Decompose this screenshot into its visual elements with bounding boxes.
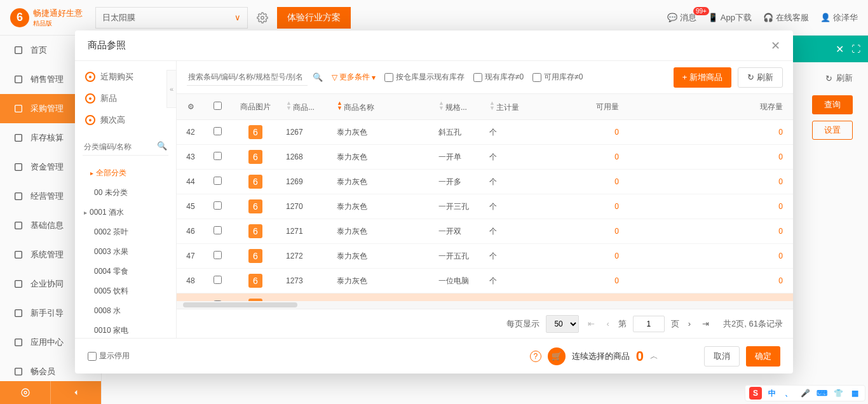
row-index: 46 [177,219,205,244]
ime-toolbox-icon[interactable]: ▦ [848,387,861,400]
row-spec: 一位电脑 [433,269,484,293]
more-conditions-toggle[interactable]: ▽ 更多条件 ▾ [332,72,376,83]
product-image-icon: 6 [248,224,262,238]
row-unit: 个 [484,145,529,170]
row-unit: 个 [484,244,529,269]
row-image: 6 [230,170,281,194]
checkbox-warehouse-stock[interactable]: 按仓库显示现有库存 [384,72,465,83]
quick-label: 新品 [100,93,117,104]
ime-skin-icon[interactable]: 👕 [832,387,844,400]
row-stock: 0 [624,145,793,170]
product-search-input[interactable] [187,69,308,86]
row-checkbox[interactable] [205,170,230,194]
category-node[interactable]: 0002 茶叶 [83,222,168,242]
category-node[interactable]: 0003 水果 [83,242,168,262]
quick-filter-0[interactable]: ●近期购买 [83,66,168,88]
show-disabled-checkbox[interactable]: 显示停用 [88,351,130,361]
col-avail[interactable]: 可用量 [529,94,624,120]
modal-main: 🔍 ▽ 更多条件 ▾ 按仓库显示现有库存 现有库存≠0 可用库存≠0 + 新增商… [177,61,793,338]
row-image: 6 [230,120,281,145]
table-row[interactable]: 48 6 1273 泰力灰色 一位电脑 个 0 0 [177,269,793,293]
table-row[interactable]: 45 6 1270 泰力灰色 一开三孔 个 0 0 [177,194,793,219]
table-row[interactable]: 47 6 1272 泰力灰色 一开五孔 个 0 0 [177,244,793,269]
per-page-select[interactable]: 50 [546,315,579,333]
category-node[interactable]: 0005 饮料 [83,281,168,301]
category-node[interactable]: 0001 酒水 [83,203,168,222]
page-input[interactable] [633,316,665,332]
add-product-button[interactable]: + 新增商品 [674,67,731,88]
table-row[interactable]: 44 6 1269 泰力灰色 一开多 个 0 0 [177,170,793,194]
row-checkbox[interactable] [205,219,230,244]
row-checkbox[interactable] [205,244,230,269]
row-index: 44 [177,170,205,194]
quick-filter-2[interactable]: ●频次高 [83,109,168,131]
row-checkbox[interactable] [205,145,230,170]
cart-icon[interactable]: 🛒 [548,347,566,365]
row-checkbox[interactable] [205,120,230,145]
row-checkbox[interactable] [205,293,230,302]
page-last-icon[interactable]: ⇥ [700,319,712,328]
bullet-icon: ● [85,72,95,82]
row-code: 1269 [281,170,332,194]
row-unit: 个 [484,219,529,244]
row-checkbox[interactable] [205,194,230,219]
row-index: 48 [177,269,205,293]
checkbox-avail-nonzero[interactable]: 可用库存≠0 [532,72,583,83]
table-row[interactable]: 49 6 1274 泰力灰色 一位电视 个 0 0 [177,293,793,302]
page-next-icon[interactable]: › [686,319,693,328]
ime-lang[interactable]: 中 [766,387,778,400]
ime-mic-icon[interactable]: 🎤 [799,387,811,400]
checkbox-stock-nonzero[interactable]: 现有库存≠0 [473,72,524,83]
col-name[interactable]: ▲▼商品名称 [332,94,433,120]
row-unit: 个 [484,170,529,194]
ok-button[interactable]: 确定 [746,346,780,367]
chevron-up-icon[interactable]: ︿ [650,351,658,362]
page-first-icon[interactable]: ⇤ [585,319,597,328]
selected-count: 0 [636,348,644,365]
search-icon[interactable]: 🔍 [157,141,167,151]
category-search-input[interactable] [83,138,168,156]
filter-bar: 🔍 ▽ 更多条件 ▾ 按仓库显示现有库存 现有库存≠0 可用库存≠0 + 新增商… [177,61,793,94]
table-row[interactable]: 46 6 1271 泰力灰色 一开双 个 0 0 [177,219,793,244]
collapse-left-icon[interactable]: « [166,70,177,108]
row-image: 6 [230,145,281,170]
close-icon[interactable]: ✕ [771,39,780,53]
col-stock[interactable]: 现存量 [624,94,793,120]
quick-label: 近期购买 [100,71,133,83]
ime-keyboard-icon[interactable]: ⌨ [815,387,828,400]
category-node[interactable]: 00 未分类 [83,183,168,203]
col-unit[interactable]: ▲▼主计量 [484,94,529,120]
category-node[interactable]: 0004 零食 [83,262,168,281]
page-prefix: 第 [618,318,627,330]
row-stock: 0 [624,244,793,269]
row-checkbox[interactable] [205,269,230,293]
page-prev-icon[interactable]: ‹ [604,319,611,328]
col-code[interactable]: ▲▼商品... [281,94,332,120]
row-index: 49 [177,293,205,302]
category-root[interactable]: 全部分类 [83,163,168,183]
category-node[interactable]: 0008 水 [83,301,168,321]
col-checkbox[interactable] [205,94,230,120]
ime-logo-icon: S [749,387,762,400]
help-icon[interactable]: ? [530,351,541,362]
ime-indicator: S 中 、 🎤 ⌨ 👕 ▦ [745,385,865,401]
row-unit: 个 [484,293,529,302]
cancel-button[interactable]: 取消 [704,346,740,367]
table-row[interactable]: 42 6 1267 泰力灰色 斜五孔 个 0 0 [177,120,793,145]
ime-punct[interactable]: 、 [782,387,795,400]
table-scroll[interactable]: ⚙ 商品图片 ▲▼商品... ▲▼商品名称 ▲▼规格... ▲▼主计量 可用量 … [177,94,793,301]
col-image[interactable]: 商品图片 [230,94,281,120]
horizontal-scrollbar[interactable] [177,301,793,309]
refresh-button[interactable]: ↻刷新 [738,67,783,88]
product-reference-modal: 商品参照 ✕ ●近期购买●新品●频次高 « 🔍 全部分类 00 未分类0001 … [75,30,793,374]
row-code: 1267 [281,120,332,145]
search-icon[interactable]: 🔍 [313,72,323,82]
quick-filter-1[interactable]: ●新品 [83,88,168,109]
table-row[interactable]: 43 6 1268 泰力灰色 一开单 个 0 0 [177,145,793,170]
product-image-icon: 6 [248,199,262,213]
refresh-icon: ↻ [747,72,754,82]
category-node[interactable]: 0010 家电 [83,321,168,338]
col-settings[interactable]: ⚙ [177,94,205,120]
modal-left-panel: ●近期购买●新品●频次高 « 🔍 全部分类 00 未分类0001 酒水0002 … [75,61,177,338]
col-spec[interactable]: ▲▼规格... [433,94,484,120]
